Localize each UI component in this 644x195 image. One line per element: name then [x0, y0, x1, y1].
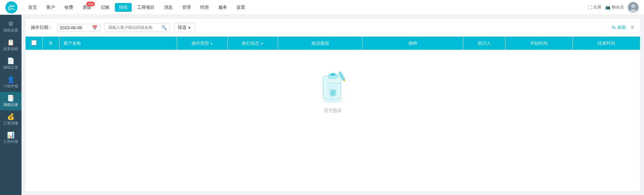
date-picker[interactable]: 📅 [57, 24, 100, 32]
tax-records-icon: 📑 [7, 95, 14, 101]
nav-item-invoice[interactable]: 票据new [79, 3, 95, 12]
personal-tax-icon: 👤 [7, 77, 14, 83]
top-nav-right: ⛶ 全屏 📺 畅会员 [588, 2, 639, 13]
refresh-button[interactable]: ↻ 刷新 [612, 25, 626, 31]
fullscreen-icon: ⛶ [588, 5, 592, 10]
nav-item-manage[interactable]: 管理 [178, 3, 195, 12]
table-head: ⚙ 客户名称 操作类型 ▼ 执行状态 ▼ [26, 37, 640, 50]
sidebar-label-tax-overview: 报税总览 [3, 65, 18, 70]
table-wrap: ⚙ 客户名称 操作类型 ▼ 执行状态 ▼ [26, 37, 640, 191]
th-customer-name-label: 客户名称 [63, 41, 81, 46]
sidebar-item-tax-records[interactable]: 📑报税记录 [0, 92, 22, 110]
sidebar-item-batch-tax[interactable]: 📋批量报税 [0, 36, 22, 54]
empty-illustration: ! [316, 70, 350, 104]
sidebar-label-batch-tax: 批量报税 [3, 47, 18, 51]
svg-text:!: ! [332, 90, 334, 95]
select-all-checkbox[interactable] [31, 40, 37, 45]
refresh-label: 刷新 [617, 25, 626, 31]
top-nav: 首页客户收费票据new记账报税工商项目消息管理经营服务设置 ⛶ 全屏 📺 畅会员 [0, 0, 644, 15]
avatar[interactable] [628, 2, 639, 13]
member-icon: 📺 [605, 5, 610, 10]
nav-item-home[interactable]: 首页 [24, 3, 41, 12]
refresh-icon: ↻ [612, 25, 616, 31]
empty-row: ! 暂无数据 [26, 50, 640, 134]
settlement-icon: 💰 [7, 114, 14, 120]
th-executor-label: 执行人 [478, 41, 491, 46]
empty-text: 暂无数据 [324, 108, 342, 114]
toolbar: 操作日期： 📅 🔍 筛选 ▼ ↻ 刷新 ✕ [26, 19, 640, 37]
nav-item-accounts[interactable]: 记账 [97, 3, 114, 12]
th-customer-name: 客户名称 [59, 37, 177, 50]
th-start-time: 开始时间 [505, 37, 572, 50]
table-body: ! 暂无数据 [26, 50, 640, 134]
date-input[interactable] [60, 25, 90, 30]
th-operation-type: 操作类型 ▼ [177, 37, 227, 50]
fullscreen-label: 全屏 [593, 4, 601, 10]
search-input[interactable] [105, 24, 159, 31]
content-area: 操作日期： 📅 🔍 筛选 ▼ ↻ 刷新 ✕ [22, 15, 644, 195]
sidebar-item-personal-tax[interactable]: 👤个税申报 [0, 73, 22, 92]
sidebar-item-tax-settings[interactable]: ⚙报税设置 [0, 17, 22, 36]
nav-item-service[interactable]: 服务 [214, 3, 231, 12]
th-checkbox[interactable] [26, 37, 42, 50]
nav-item-business[interactable]: 工商项目 [133, 3, 159, 12]
th-exec-status-label: 执行状态 [242, 41, 261, 46]
nav-item-customer[interactable]: 客户 [42, 3, 59, 12]
search-button[interactable]: 🔍 [159, 24, 170, 32]
member-button[interactable]: 📺 畅会员 [605, 4, 624, 10]
svg-rect-7 [330, 73, 335, 76]
nav-item-billing[interactable]: 收费 [60, 3, 77, 12]
sort-icon-status: ▼ [261, 42, 264, 45]
th-end-time: 结束时间 [573, 37, 640, 50]
th-tax-type-label: 税种 [409, 41, 417, 46]
sidebar-label-settlement: 汇算清缴 [3, 121, 18, 125]
sidebar: ⚙报税设置📋批量报税📄报税总览👤个税申报📑报税记录💰汇算清缴📊工商年报 [0, 15, 22, 195]
close-button[interactable]: ✕ [630, 25, 635, 30]
sort-icon-operation: ▼ [210, 42, 213, 45]
calendar-icon: 📅 [92, 25, 97, 30]
svg-point-2 [631, 4, 635, 8]
sidebar-label-personal-tax: 个税申报 [3, 84, 18, 88]
filter-button[interactable]: 筛选 ▼ [174, 23, 195, 32]
th-operation-type-label: 操作类型 [191, 41, 210, 46]
member-label: 畅会员 [612, 4, 624, 10]
th-executor: 执行人 [463, 37, 505, 50]
table-header-row: ⚙ 客户名称 操作类型 ▼ 执行状态 ▼ [26, 37, 640, 50]
tax-overview-icon: 📄 [7, 58, 14, 64]
date-label: 操作日期： [31, 25, 53, 31]
empty-state: ! 暂无数据 [26, 50, 640, 134]
sidebar-item-tax-overview[interactable]: 📄报税总览 [0, 54, 22, 73]
th-end-time-label: 结束时间 [598, 41, 615, 46]
nav-item-messages[interactable]: 消息 [160, 3, 177, 12]
th-exec-status: 执行状态 ▼ [227, 37, 278, 50]
search-wrap: 🔍 [104, 23, 170, 32]
filter-label: 筛选 [178, 25, 186, 31]
th-settings[interactable]: ⚙ [42, 37, 59, 50]
fullscreen-button[interactable]: ⛶ 全屏 [588, 4, 601, 10]
data-table: ⚙ 客户名称 操作类型 ▼ 执行状态 ▼ [26, 37, 640, 134]
th-start-time-label: 开始时间 [530, 41, 548, 46]
batch-tax-icon: 📋 [7, 39, 14, 45]
sidebar-label-annual-report: 工商年报 [3, 140, 18, 144]
sidebar-label-tax-records: 报税记录 [3, 103, 18, 107]
nav-items: 首页客户收费票据new记账报税工商项目消息管理经营服务设置 [24, 3, 588, 12]
th-error-reason-label: 错误股因 [311, 41, 329, 46]
nav-item-finance[interactable]: 经营 [196, 3, 213, 12]
annual-report-icon: 📊 [7, 132, 14, 138]
nav-badge-invoice: new [86, 2, 95, 7]
chevron-down-icon: ▼ [188, 26, 191, 30]
svg-point-4 [324, 100, 342, 103]
svg-point-0 [5, 1, 17, 13]
sidebar-item-annual-report[interactable]: 📊工商年报 [0, 129, 22, 147]
nav-item-settings[interactable]: 设置 [232, 3, 249, 12]
sidebar-item-settlement[interactable]: 💰汇算清缴 [0, 110, 22, 129]
main-layout: ⚙报税设置📋批量报税📄报税总览👤个税申报📑报税记录💰汇算清缴📊工商年报 操作日期… [0, 15, 644, 195]
th-error-reason: 错误股因 [278, 37, 362, 50]
settings-icon: ⚙ [49, 41, 53, 46]
th-tax-type: 税种 [362, 37, 463, 50]
sidebar-label-tax-settings: 报税设置 [3, 28, 18, 33]
nav-item-tax[interactable]: 报税 [115, 3, 132, 12]
app-logo[interactable] [5, 1, 17, 13]
tax-settings-icon: ⚙ [8, 21, 13, 27]
content-card: 操作日期： 📅 🔍 筛选 ▼ ↻ 刷新 ✕ [26, 19, 640, 191]
